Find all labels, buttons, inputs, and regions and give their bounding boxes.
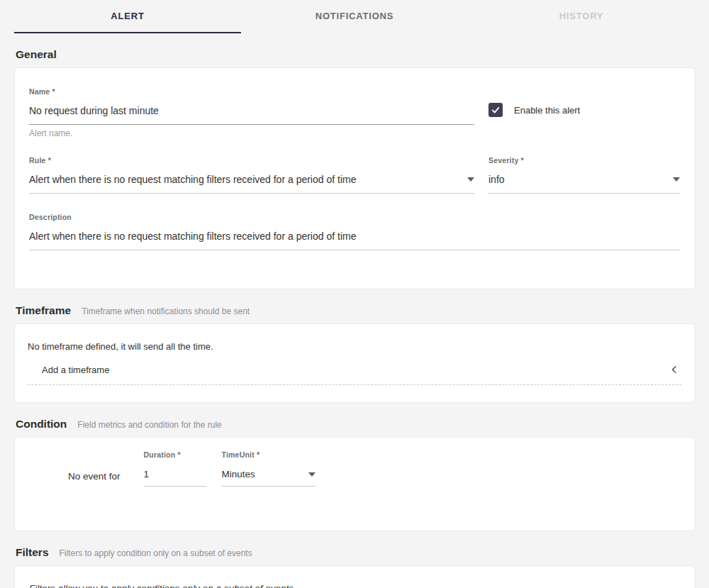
duration-label: Duration * bbox=[144, 450, 206, 459]
severity-label: Severity * bbox=[489, 156, 680, 165]
timeframe-empty-message: No timeframe defined, it will send all t… bbox=[28, 341, 681, 352]
check-icon bbox=[491, 105, 501, 115]
description-input[interactable] bbox=[29, 231, 680, 250]
condition-card: No event for Duration * TimeUnit * Minut… bbox=[14, 437, 695, 531]
rule-select[interactable]: Alert when there is no request matching … bbox=[29, 174, 474, 194]
timeunit-select[interactable]: Minutes bbox=[222, 469, 316, 487]
add-timeframe-label: Add a timeframe bbox=[42, 365, 109, 375]
chevron-down-icon bbox=[308, 472, 316, 477]
tab-bar: ALERT NOTIFICATIONS HISTORY bbox=[14, 0, 695, 33]
tab-alert[interactable]: ALERT bbox=[14, 0, 241, 33]
filters-heading: Filters bbox=[16, 546, 49, 559]
description-label: Description bbox=[29, 213, 680, 221]
general-heading: General bbox=[16, 48, 57, 61]
timeframe-heading: Timeframe bbox=[16, 304, 71, 317]
duration-input[interactable] bbox=[144, 469, 206, 487]
name-helper: Alert name. bbox=[29, 128, 474, 138]
timeframe-section-header: Timeframe Timeframe when notifications s… bbox=[16, 304, 693, 317]
chevron-down-icon bbox=[673, 177, 680, 182]
chevron-left-icon[interactable] bbox=[669, 364, 680, 375]
filters-note: Filters allow you to apply conditions on… bbox=[29, 583, 680, 588]
rule-label: Rule * bbox=[29, 156, 474, 165]
name-input[interactable] bbox=[29, 105, 474, 125]
condition-section-header: Condition Field metrics and condition fo… bbox=[16, 418, 693, 431]
timeunit-select-value: Minutes bbox=[222, 469, 255, 479]
add-timeframe-button[interactable]: Add a timeframe bbox=[28, 364, 681, 385]
severity-select[interactable]: info bbox=[489, 174, 680, 194]
condition-heading: Condition bbox=[16, 418, 67, 431]
condition-row-label: No event for bbox=[68, 471, 121, 487]
filters-card: Filters allow you to apply conditions on… bbox=[14, 565, 695, 588]
general-section-header: General bbox=[16, 48, 693, 61]
alert-form-page: ALERT NOTIFICATIONS HISTORY General Name… bbox=[0, 0, 709, 588]
condition-subtitle: Field metrics and condition for the rule bbox=[77, 420, 221, 430]
general-card: Name * Alert name. Enable this alert bbox=[14, 67, 695, 289]
timeunit-label: TimeUnit * bbox=[222, 450, 316, 459]
enable-alert-checkbox[interactable] bbox=[489, 103, 503, 117]
tab-notifications[interactable]: NOTIFICATIONS bbox=[241, 0, 468, 33]
severity-select-value: info bbox=[489, 174, 505, 185]
name-label: Name * bbox=[29, 87, 474, 96]
enable-alert-label: Enable this alert bbox=[514, 105, 580, 116]
filters-subtitle: Filters to apply condition only on a sub… bbox=[60, 548, 252, 558]
timeframe-subtitle: Timeframe when notifications should be s… bbox=[82, 306, 250, 316]
filters-section-header: Filters Filters to apply condition only … bbox=[16, 546, 693, 559]
chevron-down-icon bbox=[467, 177, 474, 182]
rule-select-value: Alert when there is no request matching … bbox=[29, 174, 356, 185]
timeframe-card: No timeframe defined, it will send all t… bbox=[14, 323, 695, 403]
tab-history[interactable]: HISTORY bbox=[468, 0, 695, 33]
